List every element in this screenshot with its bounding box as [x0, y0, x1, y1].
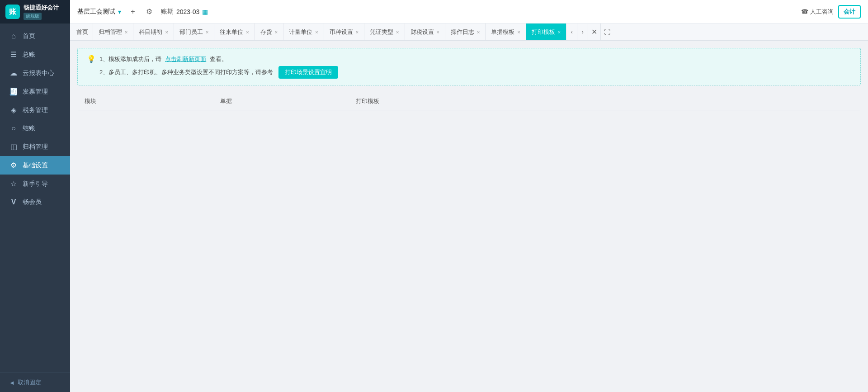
data-table: 模块 单据 打印模板 — [77, 93, 861, 110]
settings-config-button[interactable]: ⚙ — [143, 5, 156, 18]
sidebar-item-archive-label: 归档管理 — [23, 143, 48, 151]
info-line1-post: 查看。 — [210, 55, 227, 63]
print-scene-button[interactable]: 打印场景设置宜明 — [278, 66, 338, 79]
tab-inventory[interactable]: 存货 × — [255, 24, 283, 40]
tab-contact-unit-label: 往来单位 — [220, 28, 243, 36]
gear-icon: ⚙ — [146, 7, 152, 16]
th-print-template: 打印模板 — [349, 93, 861, 110]
sidebar-footer[interactable]: ◄ 取消固定 — [0, 373, 70, 392]
tab-currency[interactable]: 币种设置 × — [324, 24, 364, 40]
sidebar-item-invoice-label: 发票管理 — [23, 88, 48, 96]
period-label: 账期 — [161, 8, 174, 16]
tab-inventory-close[interactable]: × — [275, 29, 278, 35]
tab-contact-unit[interactable]: 往来单位 × — [214, 24, 255, 40]
info-line1-pre: 1、模板添加成功后，请 — [99, 55, 161, 63]
tab-scroll-left[interactable]: ‹ — [566, 24, 577, 41]
accountant-button[interactable]: 会计 — [838, 5, 861, 19]
help-label: 人工咨询 — [810, 8, 834, 16]
unpin-icon: ◄ — [9, 379, 15, 386]
sidebar-item-reports-label: 云报表中心 — [23, 69, 54, 77]
tab-voucher-type[interactable]: 凭证类型 × — [364, 24, 405, 40]
invoice-icon: 🧾 — [9, 87, 18, 96]
tab-expand[interactable]: ⛶ — [601, 24, 613, 41]
company-selector[interactable]: 基层工会测试 ▾ — [77, 8, 121, 16]
bulb-icon: 💡 — [87, 55, 96, 63]
info-box: 💡 1、模板添加成功后，请 点击刷新新页面 查看。 2、多员工、多打印机、多种业… — [77, 48, 861, 85]
closing-icon: ○ — [9, 124, 18, 132]
sidebar-item-tax[interactable]: ◈ 税务管理 — [0, 101, 70, 119]
tab-subject-period-close[interactable]: × — [165, 29, 168, 35]
content-area: 隐藏预置模板设置 💡 1、模板添加成功后，请 点击刷新新页面 查看。 2、多员工… — [70, 41, 868, 392]
th-module: 模块 — [77, 93, 213, 110]
calendar-icon[interactable]: ▦ — [202, 8, 208, 15]
th-voucher: 单据 — [213, 93, 349, 110]
sidebar-item-reports[interactable]: ☁ 云报表中心 — [0, 64, 70, 82]
logo-icon: 账 — [5, 5, 20, 19]
tab-print-template-label: 打印模板 — [532, 28, 555, 36]
period-display: 账期 2023-03 ▦ — [161, 8, 208, 16]
chevron-right-icon: › — [582, 29, 584, 35]
topbar-right: ☎ 人工咨询 会计 — [801, 5, 861, 19]
expand-icon: ⛶ — [604, 28, 610, 36]
tab-dept-staff-close[interactable]: × — [206, 29, 208, 35]
settings-icon: ⚙ — [9, 161, 18, 170]
sidebar-item-archive[interactable]: ◫ 归档管理 — [0, 137, 70, 156]
main: 基层工会测试 ▾ + ⚙ 账期 2023-03 ▦ ☎ 人工咨询 会计 — [70, 0, 868, 392]
tabbar: 首页 归档管理 × 科目期初 × 部门员工 × 往来单位 × 存货 × 计量单位… — [70, 24, 868, 41]
tab-currency-close[interactable]: × — [356, 29, 359, 35]
sidebar-item-guide-label: 新手引导 — [23, 180, 48, 188]
tab-measure-unit-close[interactable]: × — [315, 29, 318, 35]
tab-voucher-type-close[interactable]: × — [396, 29, 399, 35]
info-row-1: 💡 1、模板添加成功后，请 点击刷新新页面 查看。 — [87, 55, 851, 63]
add-tab-button[interactable]: + — [127, 5, 139, 18]
tab-close-all[interactable]: ✕ — [588, 24, 601, 41]
sidebar-item-settings[interactable]: ⚙ 基础设置 — [0, 156, 70, 175]
phone-icon: ☎ — [801, 8, 808, 15]
sidebar-item-member[interactable]: V 畅会员 — [0, 193, 70, 211]
tab-single-template-close[interactable]: × — [517, 29, 520, 35]
ledger-icon: ☰ — [9, 50, 18, 59]
tab-subject-period[interactable]: 科目期初 × — [133, 24, 174, 40]
tab-print-template-close[interactable]: × — [558, 29, 561, 35]
tab-home[interactable]: 首页 — [72, 24, 93, 40]
logo-badge: 旗舰版 — [24, 13, 42, 20]
tab-contact-unit-close[interactable]: × — [246, 29, 249, 35]
tab-measure-unit[interactable]: 计量单位 × — [283, 24, 324, 40]
sidebar-item-invoice[interactable]: 🧾 发票管理 — [0, 82, 70, 101]
accountant-label: 会计 — [844, 8, 855, 15]
sidebar-item-ledger[interactable]: ☰ 总账 — [0, 45, 70, 64]
tab-single-template[interactable]: 单据模板 × — [486, 24, 526, 40]
sidebar-logo: 账 畅捷通好会计 旗舰版 — [0, 0, 70, 24]
sidebar-item-guide[interactable]: ☆ 新手引导 — [0, 175, 70, 193]
help-button[interactable]: ☎ 人工咨询 — [801, 8, 834, 16]
topbar: 基层工会测试 ▾ + ⚙ 账期 2023-03 ▦ ☎ 人工咨询 会计 — [70, 0, 868, 24]
close-all-icon: ✕ — [591, 28, 597, 36]
tab-tax-settings[interactable]: 财税设置 × — [405, 24, 445, 40]
tab-operation-log[interactable]: 操作日志 × — [445, 24, 486, 40]
archive-icon: ◫ — [9, 142, 18, 151]
tab-archive-mgmt[interactable]: 归档管理 × — [93, 24, 133, 40]
tab-print-template[interactable]: 打印模板 × — [526, 24, 566, 40]
sidebar-item-closing[interactable]: ○ 结账 — [0, 119, 70, 137]
tab-single-template-label: 单据模板 — [491, 28, 514, 36]
tab-scroll-right[interactable]: › — [577, 24, 588, 41]
logo-text-block: 畅捷通好会计 旗舰版 — [24, 4, 59, 20]
sidebar-nav: ⌂ 首页 ☰ 总账 ☁ 云报表中心 🧾 发票管理 ◈ 税务管理 ○ 结账 ◫ 归… — [0, 24, 70, 373]
sidebar: 账 畅捷通好会计 旗舰版 ⌂ 首页 ☰ 总账 ☁ 云报表中心 🧾 发票管理 ◈ … — [0, 0, 70, 392]
plus-icon: + — [131, 8, 135, 16]
sidebar-item-ledger-label: 总账 — [23, 51, 35, 59]
refresh-link[interactable]: 点击刷新新页面 — [165, 55, 206, 63]
info-line2-pre: 2、多员工、多打印机、多种业务类型设置不同打印方案等，请参考 — [99, 68, 273, 76]
tab-operation-log-label: 操作日志 — [451, 28, 474, 36]
tab-tax-settings-close[interactable]: × — [437, 29, 439, 35]
table-header: 模块 单据 打印模板 — [77, 93, 861, 110]
tab-operation-log-close[interactable]: × — [477, 29, 480, 35]
unpin-label: 取消固定 — [18, 378, 41, 387]
home-icon: ⌂ — [9, 32, 18, 40]
tab-dept-staff[interactable]: 部门员工 × — [174, 24, 214, 40]
tab-dept-staff-label: 部门员工 — [179, 28, 203, 36]
sidebar-item-home[interactable]: ⌂ 首页 — [0, 27, 70, 45]
info-content: 💡 1、模板添加成功后，请 点击刷新新页面 查看。 2、多员工、多打印机、多种业… — [87, 55, 851, 79]
tab-archive-mgmt-close[interactable]: × — [125, 29, 127, 35]
tab-currency-label: 币种设置 — [330, 28, 353, 36]
